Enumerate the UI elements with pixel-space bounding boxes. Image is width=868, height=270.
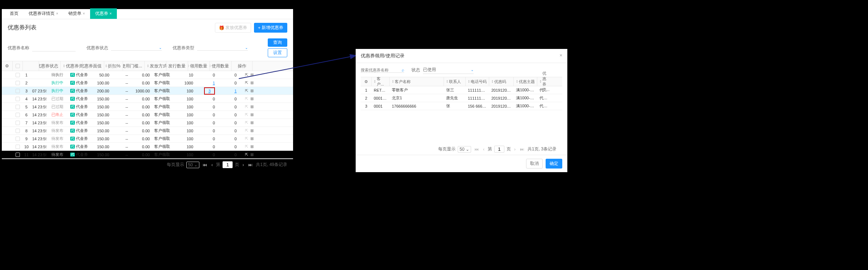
row-checkbox[interactable]	[13, 127, 23, 134]
settings-button[interactable]: 设置	[268, 48, 287, 57]
table-row[interactable]: 307 23:59执行中代代金券200.00--1000.00客户领取10031…	[2, 87, 293, 95]
row-status: 待发布	[46, 143, 68, 150]
prev-page-button[interactable]: ‹	[210, 162, 214, 167]
distribute-button[interactable]: 🎁 发放优惠券	[215, 23, 251, 33]
add-coupon-button[interactable]: + 新增优惠券	[254, 23, 287, 33]
search-field[interactable]	[361, 68, 393, 72]
share-icon[interactable]: ⇱	[245, 88, 248, 93]
cust-column[interactable]: ▲▼ 客户...	[372, 77, 390, 86]
table-row[interactable]: 1RETAIL...零散客户张三111111111112019120 70...…	[361, 86, 562, 94]
type-select[interactable]: ⌄	[197, 45, 248, 51]
qr-icon[interactable]: ⊞	[250, 120, 254, 125]
face-column[interactable]: ▲▼ 优惠券面值	[82, 61, 104, 71]
tab-home[interactable]: 首页	[5, 8, 24, 19]
claim-link[interactable]: 3	[208, 89, 211, 93]
row-use: 0	[217, 79, 239, 87]
status-column[interactable]: ▲▼ 优惠券状态	[39, 61, 61, 71]
checkbox-column[interactable]	[13, 61, 23, 71]
use-column[interactable]: ▲▼ 使用数量	[210, 61, 232, 71]
gear-column[interactable]: ⚙	[361, 77, 372, 86]
use-link[interactable]: 1	[234, 89, 237, 93]
name-input[interactable]	[32, 45, 76, 51]
close-icon[interactable]: ×	[559, 53, 562, 59]
share-icon[interactable]: ⇱	[245, 72, 248, 77]
name-column[interactable]: ▲▼ 客户名称	[390, 77, 444, 86]
table-row[interactable]: 1114 23:59待发布代代金券150.00--0.00客户领取10000⇱⊞	[2, 151, 293, 159]
table-row[interactable]: 2执行中代代金券100.00--0.00客户领取100010⇱⊞	[2, 79, 293, 87]
row-checkbox[interactable]	[13, 79, 23, 87]
claim-link[interactable]: 1	[213, 81, 215, 85]
tab-coupon[interactable]: 优惠券 ×	[90, 8, 117, 19]
query-button[interactable]: 查询	[268, 38, 287, 47]
qr-icon[interactable]: ⊞	[250, 88, 254, 93]
qr-icon[interactable]: ⊞	[250, 96, 254, 101]
page-size-select[interactable]: 50 ⌄	[458, 146, 471, 153]
page-input[interactable]	[494, 146, 504, 153]
threshold-column[interactable]: ▲▼ 使用门槛...	[123, 61, 145, 71]
qr-icon[interactable]: ⊞	[250, 144, 254, 149]
row-checkbox[interactable]	[13, 151, 23, 158]
row-checkbox[interactable]	[13, 111, 23, 119]
row-type: 代代金券	[68, 79, 90, 87]
table-row[interactable]: 914 23:59待发布代代金券150.00--0.00客户领取10000⇱⊞	[2, 135, 293, 143]
row-checkbox[interactable]	[13, 95, 23, 103]
confirm-button[interactable]: 确定	[546, 159, 562, 169]
status-select[interactable]: ⌄	[111, 45, 162, 51]
prev-page-button[interactable]: ‹	[482, 147, 486, 152]
code-column[interactable]: ▲▼ 优惠码	[489, 77, 514, 86]
contact-column[interactable]: ▲▼ 联系人	[444, 77, 466, 86]
qr-icon[interactable]: ⊞	[250, 112, 254, 117]
qr-icon[interactable]: ⊞	[250, 136, 254, 141]
last-page-button[interactable]: ⏭	[247, 162, 254, 167]
tab-coupon-detail[interactable]: 优惠券详情页 ×	[24, 8, 63, 19]
table-row[interactable]: 814 23:59待发布代代金券150.00--0.00客户领取10000⇱⊞	[2, 127, 293, 135]
first-page-button[interactable]: ⏮	[202, 162, 208, 167]
row-checkbox[interactable]	[13, 135, 23, 142]
status-select[interactable]: 已使用 ⌄	[423, 66, 474, 74]
cancel-button[interactable]: 取消	[526, 159, 543, 169]
row-checkbox[interactable]	[13, 119, 23, 126]
page-size-select[interactable]: 50 ⌄	[186, 162, 200, 168]
row-cust-code: RETAIL...	[372, 88, 390, 92]
next-page-button[interactable]: ›	[513, 147, 517, 152]
qr-icon[interactable]: ⊞	[250, 80, 254, 85]
row-checkbox[interactable]	[13, 71, 23, 79]
type-column[interactable]: ▲▼ 优惠券类型	[61, 61, 82, 71]
coupon-search-input[interactable]: ⌕	[361, 67, 404, 73]
close-icon[interactable]: ×	[110, 12, 112, 16]
row-time: 14 23:59	[30, 103, 46, 111]
table-row[interactable]: 414 23:59已过期代代金券150.00--0.00客户领取10000⇱⊞	[2, 95, 293, 103]
claim-column[interactable]: ▲▼ 领用数量	[188, 61, 210, 71]
row-checkbox[interactable]	[13, 87, 23, 95]
topic-column[interactable]: ▲▼ 优惠主题	[514, 77, 537, 86]
qr-icon[interactable]: ⊞	[250, 104, 254, 109]
type-column[interactable]: ▲▼ 优惠券类...	[537, 77, 550, 86]
table-row[interactable]: 614 23:59已终止代代金券150.00--0.00客户领取10000⇱⊞	[2, 111, 293, 119]
next-page-button[interactable]: ›	[241, 162, 245, 167]
qr-icon[interactable]: ⊞	[250, 128, 254, 133]
last-page-button[interactable]: ⏭	[519, 147, 525, 152]
close-icon[interactable]: ×	[56, 12, 58, 16]
row-issue: 100	[174, 87, 195, 95]
table-row[interactable]: 3000117666666666张156 6666 ...2019120 70.…	[361, 102, 562, 110]
share-icon[interactable]: ⇱	[245, 80, 248, 85]
issue-column[interactable]: ▲▼ 发行数量	[166, 61, 188, 71]
close-icon[interactable]: ×	[83, 12, 85, 16]
table-row[interactable]: 200010001北京1唐先生111111111112019120 70...满…	[361, 94, 562, 102]
table-row[interactable]: 1待执行代代金券50.00--0.00客户领取1000⇱⊞	[2, 71, 293, 79]
table-row[interactable]: 514 23:59已过期代代金券150.00--0.00客户领取10000⇱⊞	[2, 103, 293, 111]
qr-icon[interactable]: ⊞	[250, 72, 254, 77]
method-column[interactable]: ▲▼ 发放方式	[145, 61, 166, 71]
tab-sales-order[interactable]: 销货单 ×	[63, 8, 90, 19]
table-row[interactable]: 714 23:59待发布代代金券150.00--0.00客户领取10000⇱⊞	[2, 119, 293, 127]
phone-column[interactable]: ▲▼ 电话号码	[466, 77, 489, 86]
page-input[interactable]	[223, 161, 233, 168]
gear-column[interactable]: ⚙	[2, 61, 13, 71]
discount-column[interactable]: ▲▼ 折扣%	[104, 61, 123, 71]
row-checkbox[interactable]	[13, 143, 23, 150]
row-issue: 100	[174, 127, 195, 134]
first-page-button[interactable]: ⏮	[473, 147, 480, 152]
table-row[interactable]: 1014 23:59待发布代代金券150.00--0.00客户领取10000⇱⊞	[2, 143, 293, 151]
qr-icon[interactable]: ⊞	[250, 152, 254, 157]
row-checkbox[interactable]	[13, 103, 23, 111]
